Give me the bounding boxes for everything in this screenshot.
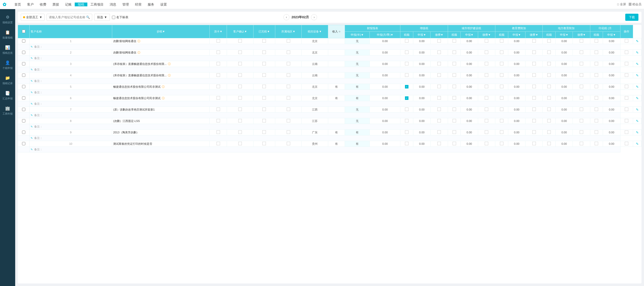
qingka-check[interactable] xyxy=(238,85,242,88)
wanshui-check[interactable] xyxy=(287,119,290,122)
yh-shenb-check[interactable] xyxy=(625,96,628,100)
zs-shenb-check[interactable] xyxy=(437,108,441,111)
yh-shenb-check[interactable] xyxy=(625,108,628,111)
wanshui-check[interactable] xyxy=(287,142,290,145)
cs-shenb-check[interactable] xyxy=(485,119,488,122)
filter-button[interactable]: 筛选 ▼ xyxy=(94,14,110,21)
confirm-check[interactable] xyxy=(262,96,266,100)
jy-jiao-check[interactable] xyxy=(547,85,551,88)
th-checkbox[interactable] xyxy=(18,25,30,38)
cs-jiao-check[interactable] xyxy=(500,130,503,134)
next-month-button[interactable]: › xyxy=(311,14,317,20)
name-checkbox[interactable] xyxy=(112,16,115,19)
zs-shenb-check[interactable] xyxy=(437,142,441,145)
prev-month-button[interactable]: ‹ xyxy=(283,14,289,20)
zs-shenb-check[interactable] xyxy=(437,62,441,65)
cb-year-check[interactable] xyxy=(405,130,408,134)
chaoshui-check[interactable] xyxy=(217,96,220,100)
qingka-check[interactable] xyxy=(238,130,242,134)
confirm-check[interactable] xyxy=(262,50,266,54)
edit-icon[interactable]: ✎ xyxy=(636,74,639,77)
confirm-check[interactable] xyxy=(262,73,266,77)
nav-item-消息[interactable]: 消息 xyxy=(107,3,119,6)
zs-shenb-check[interactable] xyxy=(437,85,441,88)
search-input[interactable] xyxy=(49,15,85,19)
zs-jiao-check[interactable] xyxy=(453,62,456,65)
df-jiao-check[interactable] xyxy=(595,130,598,134)
cs-jiao-check[interactable] xyxy=(500,96,503,100)
wanshui-check[interactable] xyxy=(287,73,290,77)
checkbox-label[interactable]: 名下标表 xyxy=(112,15,128,20)
edit-icon[interactable]: ✎ xyxy=(636,142,639,146)
cs-shenb-check[interactable] xyxy=(485,73,488,77)
confirm-check[interactable] xyxy=(262,39,266,43)
jy-jiao-check[interactable] xyxy=(547,119,551,122)
sidebar-item-baoshui-zongjian[interactable]: 📊报税总览 xyxy=(0,42,15,57)
df-jiao-check[interactable] xyxy=(595,108,598,111)
employee-select[interactable]: 全部员工 ▼ xyxy=(21,14,45,21)
qingka-check[interactable] xyxy=(238,62,242,65)
sidebar-item-gongshangnianbaol[interactable]: 🏢工商年报 xyxy=(0,103,15,118)
yh-shenb-check[interactable] xyxy=(625,130,628,134)
jy-shenb-check[interactable] xyxy=(532,62,536,65)
df-shenb-check[interactable] xyxy=(580,119,583,122)
nav-item-收费[interactable]: 收费 xyxy=(37,3,49,6)
zs-jiao-check[interactable] xyxy=(453,119,456,122)
wanshui-check[interactable] xyxy=(287,108,290,111)
chaoshui-check[interactable] xyxy=(217,73,220,77)
wanshui-check[interactable] xyxy=(287,130,290,134)
cs-shenb-check[interactable] xyxy=(485,62,488,65)
nav-item-记账[interactable]: 记账 xyxy=(62,3,75,6)
df-shenb-check[interactable] xyxy=(580,39,583,43)
jy-jiao-check[interactable] xyxy=(547,142,551,145)
chaoshui-check[interactable] xyxy=(217,50,220,54)
sidebar-item-baoshui-shezhi[interactable]: ⚙报税设置 xyxy=(0,12,15,27)
confirm-check[interactable] xyxy=(262,142,266,145)
fullscreen-btn[interactable]: □ 全屏 xyxy=(617,2,626,7)
zs-shenb-check[interactable] xyxy=(437,96,441,100)
cs-jiao-check[interactable] xyxy=(500,62,503,65)
jy-jiao-check[interactable] xyxy=(547,50,551,54)
cs-shenb-check[interactable] xyxy=(485,96,488,100)
sidebar-item-piliang-baoshui[interactable]: 📋批量报税 xyxy=(0,27,15,42)
jy-jiao-check[interactable] xyxy=(547,108,551,111)
jy-shenb-check[interactable] xyxy=(532,73,536,77)
yh-shenb-check[interactable] xyxy=(625,39,628,43)
cb-year-check[interactable] xyxy=(405,50,408,54)
nav-item-票据[interactable]: 票据 xyxy=(49,3,62,6)
cb-year-check[interactable] xyxy=(405,39,408,43)
zs-shenb-check[interactable] xyxy=(437,73,441,77)
wanshui-check[interactable] xyxy=(287,96,290,100)
cs-jiao-check[interactable] xyxy=(500,50,503,54)
cb-year-check[interactable]: ✓ xyxy=(405,85,408,88)
chaoshui-check[interactable] xyxy=(217,39,220,43)
zs-jiao-check[interactable] xyxy=(453,85,456,88)
member-btn[interactable]: ☰ 稻会员 xyxy=(629,2,641,7)
nav-item-设置[interactable]: 设置 xyxy=(157,3,170,6)
confirm-check[interactable] xyxy=(262,108,266,111)
qingka-check[interactable] xyxy=(238,96,242,100)
zs-jiao-check[interactable] xyxy=(453,142,456,145)
yh-shenb-check[interactable] xyxy=(625,73,628,77)
df-jiao-check[interactable] xyxy=(595,73,598,77)
chaoshui-check[interactable] xyxy=(217,130,220,134)
cs-jiao-check[interactable] xyxy=(500,108,503,111)
jy-shenb-check[interactable] xyxy=(532,119,536,122)
wanshui-check[interactable] xyxy=(287,62,290,65)
zs-jiao-check[interactable] xyxy=(453,108,456,111)
search-box[interactable]: 🔍 xyxy=(47,14,92,21)
row-checkbox[interactable] xyxy=(22,85,25,88)
df-jiao-check[interactable] xyxy=(595,96,598,100)
qingka-check[interactable] xyxy=(238,142,242,145)
jy-jiao-check[interactable] xyxy=(547,130,551,134)
nav-item-客户[interactable]: 客户 xyxy=(24,3,37,6)
zs-jiao-check[interactable] xyxy=(453,96,456,100)
jy-shenb-check[interactable] xyxy=(532,142,536,145)
df-shenb-check[interactable] xyxy=(580,73,583,77)
cs-jiao-check[interactable] xyxy=(500,142,503,145)
zs-jiao-check[interactable] xyxy=(453,130,456,134)
cs-jiao-check[interactable] xyxy=(500,39,503,43)
jy-jiao-check[interactable] xyxy=(547,62,551,65)
edit-icon[interactable]: ✎ xyxy=(636,131,639,134)
row-checkbox[interactable] xyxy=(22,51,25,54)
